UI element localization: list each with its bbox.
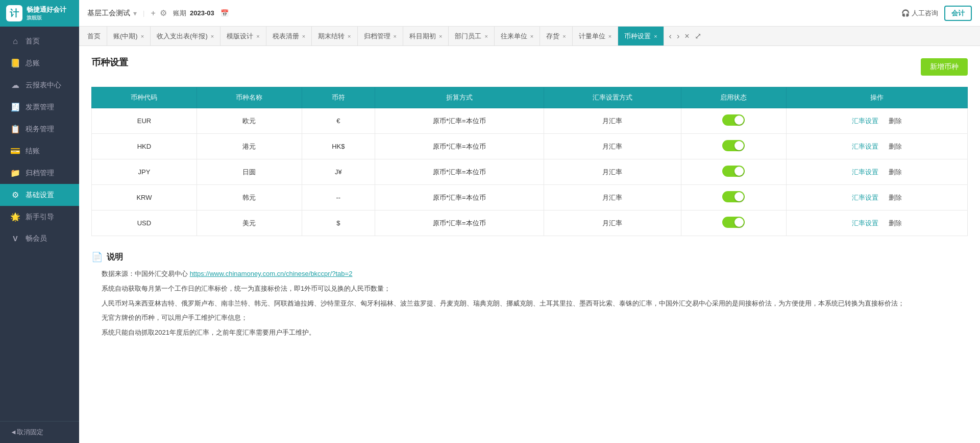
close-icon[interactable]: × [608, 33, 611, 39]
tab-template[interactable]: 模版设计 × [220, 27, 266, 45]
tab-period-end[interactable]: 期末结转 × [312, 27, 357, 45]
toggle-switch-HKD[interactable] [722, 140, 745, 151]
toggle-switch-JPY[interactable] [722, 166, 745, 177]
sidebar-item-label: 首页 [26, 37, 40, 46]
close-icon[interactable]: × [439, 33, 442, 39]
close-icon[interactable]: × [394, 33, 397, 39]
content-area: 币种设置 新增币种 币种代码 币种名称 币符 折算方式 汇率设置方式 启用状态 … [79, 46, 980, 443]
toggle-track [722, 217, 745, 228]
col-header-code: 币种代码 [92, 87, 197, 108]
company-selector[interactable]: 基层工会测试 ▾ [87, 9, 137, 18]
close-icon[interactable]: × [302, 33, 305, 39]
account-button[interactable]: 会计 [944, 6, 972, 21]
new-currency-button[interactable]: 新增币种 [921, 58, 968, 76]
sidebar-item-archive[interactable]: 📁 归档管理 [0, 162, 79, 184]
cell-action: 汇率设置 删除 [786, 134, 967, 159]
page-title: 币种设置 [91, 56, 128, 68]
guide-icon: 🌟 [10, 212, 20, 222]
tab-inventory[interactable]: 存货 × [540, 27, 572, 45]
add-tab-button[interactable]: + [151, 9, 155, 18]
toggle-switch-KRW[interactable] [722, 191, 745, 202]
delete-link-HKD[interactable]: 删除 [889, 143, 902, 150]
logo-text: 畅捷通好会计 [27, 5, 66, 14]
toggle-thumb [734, 192, 744, 201]
cell-rate-type: 月汇率 [544, 211, 681, 236]
tab-next-button[interactable]: › [675, 31, 681, 42]
tab-tax-list[interactable]: 税表清册 × [266, 27, 312, 45]
close-icon[interactable]: × [211, 33, 214, 39]
sidebar-item-settings[interactable]: ⚙ 基础设置 [0, 184, 79, 206]
rate-settings-link-JPY[interactable]: 汇率设置 [852, 168, 878, 176]
col-header-method: 折算方式 [375, 87, 544, 108]
delete-link-KRW[interactable]: 删除 [889, 194, 902, 201]
tabbar-nav: ‹ › × ⤢ [664, 30, 706, 42]
tab-counterparty[interactable]: 往来单位 × [495, 27, 540, 45]
close-icon[interactable]: × [348, 33, 351, 39]
cell-symbol: € [302, 108, 375, 134]
toggle-switch-EUR[interactable] [722, 114, 745, 126]
headset-icon: 🎧 [901, 9, 910, 17]
tab-currency[interactable]: 币种设置 × [618, 27, 664, 45]
close-icon[interactable]: × [530, 33, 533, 39]
tab-home[interactable]: 首页 [81, 27, 107, 45]
notes-icon: 📄 [91, 251, 103, 263]
cell-status [681, 159, 786, 185]
sidebar-pin-toggle[interactable]: ◄取消固定 [0, 421, 79, 443]
sidebar-item-checkout[interactable]: 💳 结账 [0, 140, 79, 162]
cell-code: EUR [92, 108, 197, 134]
sidebar-item-ledger[interactable]: 📒 总账 [0, 52, 79, 74]
delete-link-USD[interactable]: 删除 [889, 219, 902, 227]
support-button[interactable]: 🎧 人工咨询 [901, 9, 938, 18]
cell-action: 汇率设置 删除 [786, 159, 967, 185]
notes-link[interactable]: https://www.chinamoney.com.cn/chinese/bk… [190, 270, 353, 277]
sidebar-item-invoice[interactable]: 🧾 发票管理 [0, 96, 79, 118]
tab-label: 收入支出表(年报) [157, 32, 208, 41]
topbar: 基层工会测试 ▾ | + ⚙ 账期 2023-03 📅 🎧 人工咨询 会计 [79, 0, 980, 27]
close-icon[interactable]: × [141, 33, 144, 39]
toggle-thumb [734, 141, 744, 150]
cell-symbol: HK$ [302, 134, 375, 159]
close-icon[interactable]: × [256, 33, 259, 39]
toggle-track [722, 140, 745, 151]
close-icon[interactable]: × [562, 33, 566, 39]
delete-link-EUR[interactable]: 删除 [889, 117, 902, 125]
tab-label: 币种设置 [624, 32, 651, 41]
sidebar-item-home[interactable]: ⌂ 首页 [0, 31, 79, 52]
notes-section: 📄 说明 数据来源：中国外汇交易中心 https://www.chinamone… [91, 251, 968, 353]
cell-name: 韩元 [197, 185, 302, 211]
cell-code: USD [92, 211, 197, 236]
tab-period[interactable]: 账(中期) × [107, 27, 151, 45]
cell-rate-type: 月汇率 [544, 134, 681, 159]
rate-settings-link-EUR[interactable]: 汇率设置 [852, 117, 878, 125]
logo-icon: 计 [6, 5, 22, 21]
tab-income-report[interactable]: 收入支出表(年报) × [151, 27, 220, 45]
main-area: 基层工会测试 ▾ | + ⚙ 账期 2023-03 📅 🎧 人工咨询 会计 首页… [79, 0, 980, 443]
calendar-icon[interactable]: 📅 [220, 9, 229, 17]
delete-link-JPY[interactable]: 删除 [889, 168, 902, 176]
tab-archive[interactable]: 归档管理 × [358, 27, 403, 45]
toggle-track [722, 191, 745, 202]
cell-symbol: -- [302, 185, 375, 211]
sidebar-item-guide[interactable]: 🌟 新手引导 [0, 206, 79, 228]
tab-dept-staff[interactable]: 部门员工 × [449, 27, 494, 45]
close-all-tabs-button[interactable]: × [682, 31, 691, 42]
rate-settings-link-KRW[interactable]: 汇率设置 [852, 194, 878, 201]
sidebar-item-tax[interactable]: 📋 税务管理 [0, 118, 79, 140]
cell-action: 汇率设置 删除 [786, 108, 967, 134]
toggle-switch-USD[interactable] [722, 217, 745, 228]
cell-code: HKD [92, 134, 197, 159]
close-icon[interactable]: × [484, 33, 487, 39]
tab-unit[interactable]: 计量单位 × [573, 27, 618, 45]
tab-prev-button[interactable]: ‹ [667, 31, 674, 42]
close-icon[interactable]: × [654, 33, 657, 39]
rate-settings-link-HKD[interactable]: 汇率设置 [852, 143, 878, 150]
expand-button[interactable]: ⤢ [693, 30, 703, 42]
archive-icon: 📁 [10, 168, 20, 178]
tab-subject-init[interactable]: 科目期初 × [403, 27, 449, 45]
settings-gear-icon[interactable]: ⚙ [160, 8, 167, 18]
tab-label: 存货 [546, 32, 559, 41]
rate-settings-link-USD[interactable]: 汇率设置 [852, 219, 878, 227]
sidebar-item-reports[interactable]: ☁ 云报表中心 [0, 74, 79, 96]
sidebar-item-member[interactable]: V 畅会员 [0, 228, 79, 249]
sidebar-item-label: 畅会员 [26, 234, 47, 243]
